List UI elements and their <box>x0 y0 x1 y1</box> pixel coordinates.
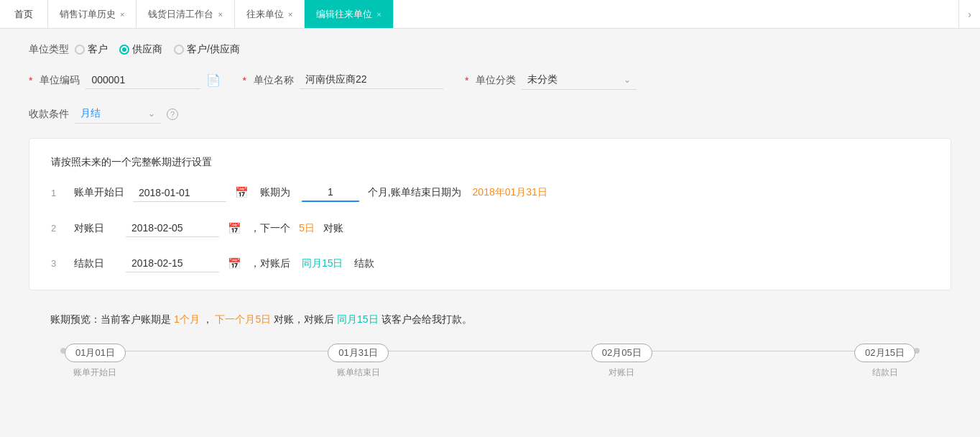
unit-code-icon[interactable]: 📄 <box>206 73 221 87</box>
unit-name-field: * 单位名称 <box>242 71 443 89</box>
radio-supplier-label: 供应商 <box>132 43 162 56</box>
unit-category-field: * 单位分类 未分类 ⌄ <box>465 70 637 90</box>
tab-sales-history[interactable]: 销售订单历史 × <box>48 0 137 28</box>
radio-customer-label: 客户 <box>88 43 108 56</box>
period-recon-prefix: ，下一个 <box>250 222 290 235</box>
unit-category-arrow: ⌄ <box>624 75 631 85</box>
timeline-badge-4: 02月15日 <box>854 344 915 362</box>
tab-cash-desk-close[interactable]: × <box>218 10 222 19</box>
timeline-label-3: 对账日 <box>609 367 634 379</box>
tab-cash-desk[interactable]: 钱货日清工作台 × <box>137 0 234 28</box>
radio-both-label: 客户/供应商 <box>187 43 240 56</box>
tab-sales-history-close[interactable]: × <box>120 10 124 19</box>
period-num-1: 1 <box>51 188 65 198</box>
radio-both-circle <box>174 45 184 55</box>
tab-counterparty-label: 往来单位 <box>246 8 284 21</box>
period-payment-calendar-icon[interactable]: 📅 <box>228 257 241 270</box>
payment-terms-value: 月结 <box>80 107 144 120</box>
tab-home[interactable]: 首页 <box>0 0 48 28</box>
main-content: 单位类型 客户 供应商 客户/供应商 * 单位编码 <box>0 29 980 437</box>
tab-edit-counterparty[interactable]: 编辑往来单位 × <box>305 0 393 28</box>
payment-terms-select[interactable]: 月结 ⌄ <box>75 104 161 124</box>
preview-section: 账期预览：当前客户账期是 1个月 ， 下一个月5日 对账，对账后 同月15日 该… <box>29 302 951 390</box>
period-recon-suffix: 对账 <box>323 222 343 235</box>
unit-category-value: 未分类 <box>527 73 619 86</box>
timeline-node-4: 02月15日 结款日 <box>854 344 915 379</box>
period-row-3: 3 结款日 📅 ，对账后 同月15日 结款 <box>51 254 929 272</box>
chevron-right-icon: › <box>968 9 971 20</box>
unit-code-label: 单位编码 <box>40 74 80 87</box>
period-start-date-input[interactable] <box>133 184 226 202</box>
unit-code-required: * <box>29 75 32 86</box>
tab-counterparty-close[interactable]: × <box>288 10 292 19</box>
unit-category-select[interactable]: 未分类 ⌄ <box>522 70 637 90</box>
preview-suffix: 该客户会给我打款。 <box>382 313 472 325</box>
period-start-calendar-icon[interactable]: 📅 <box>235 186 249 199</box>
period-end-date-highlight: 2018年01月31日 <box>473 186 547 199</box>
tab-edit-counterparty-label: 编辑往来单位 <box>316 8 372 21</box>
tab-edit-counterparty-close[interactable]: × <box>376 10 381 19</box>
unit-info-row: * 单位编码 📄 * 单位名称 * 单位分类 未分类 ⌄ <box>29 70 951 90</box>
unit-name-required: * <box>242 75 246 86</box>
radio-supplier-circle <box>119 45 129 55</box>
preview-part3: 同月15日 <box>337 313 379 325</box>
tab-bar: 首页 销售订单历史 × 钱货日清工作台 × 往来单位 × 编辑往来单位 × › <box>0 0 980 29</box>
tab-counterparty[interactable]: 往来单位 × <box>235 0 305 28</box>
tab-sales-history-label: 销售订单历史 <box>60 8 116 21</box>
preview-text: 账期预览：当前客户账期是 1个月 ， 下一个月5日 对账，对账后 同月15日 该… <box>50 313 930 326</box>
timeline-badge-2: 01月31日 <box>328 344 389 362</box>
timeline-badge-3: 02月05日 <box>591 344 652 362</box>
timeline-node-1: 01月01日 账单开始日 <box>65 344 126 379</box>
period-row-2: 2 对账日 📅 ，下一个 5日 对账 <box>51 219 929 237</box>
period-start-suffix: 账期为 <box>257 186 293 199</box>
period-payment-suffix: 结款 <box>351 257 374 270</box>
tab-scroll-arrow[interactable]: › <box>958 0 980 28</box>
payment-terms-label: 收款条件 <box>29 108 69 121</box>
unit-code-field: * 单位编码 📄 <box>29 71 221 89</box>
period-payment-date-input[interactable] <box>126 254 219 272</box>
unit-category-required: * <box>465 75 468 86</box>
help-icon[interactable]: ? <box>167 109 178 120</box>
timeline-label-1: 账单开始日 <box>73 367 116 379</box>
unit-name-input[interactable] <box>300 71 443 89</box>
unit-type-field: 单位类型 客户 供应商 客户/供应商 <box>29 43 240 56</box>
period-recon-calendar-icon[interactable]: 📅 <box>228 222 241 235</box>
timeline-node-2: 01月31日 账单结束日 <box>328 344 389 379</box>
preview-part1: 1个月 <box>174 313 200 325</box>
preview-sep2: 对账，对账后 <box>274 313 334 325</box>
unit-code-input[interactable] <box>85 71 200 89</box>
radio-group: 客户 供应商 客户/供应商 <box>75 43 240 56</box>
period-payment-highlight: 同月15日 <box>302 257 343 270</box>
period-row-1: 1 账单开始日 📅 账期为 个月,账单结束日期为 2018年01月31日 <box>51 183 929 202</box>
payment-terms-arrow: ⌄ <box>148 109 155 119</box>
timeline-wrapper: 01月01日 账单开始日 01月31日 账单结束日 02月05日 对账日 02月… <box>50 344 930 379</box>
payment-terms-field: 收款条件 月结 ⌄ ? <box>29 104 178 124</box>
timeline-nodes: 01月01日 账单开始日 01月31日 账单结束日 02月05日 对账日 02月… <box>65 344 915 379</box>
tab-home-label: 首页 <box>14 8 33 21</box>
unit-name-label: 单位名称 <box>254 74 294 87</box>
tab-cash-desk-label: 钱货日清工作台 <box>148 8 213 21</box>
unit-type-label: 单位类型 <box>29 43 69 56</box>
timeline-node-3: 02月05日 对账日 <box>591 344 652 379</box>
period-start-label: 账单开始日 <box>74 186 124 199</box>
period-month-input[interactable] <box>302 183 359 202</box>
preview-prefix: 账期预览：当前客户账期是 <box>50 313 171 325</box>
radio-customer-circle <box>75 45 85 55</box>
timeline-label-2: 账单结束日 <box>337 367 380 379</box>
period-payment-prefix: ，对账后 <box>250 257 293 270</box>
radio-both[interactable]: 客户/供应商 <box>174 43 240 56</box>
period-recon-date-input[interactable] <box>126 219 219 237</box>
period-title: 请按照未来的一个完整帐期进行设置 <box>51 156 929 169</box>
timeline-label-4: 结款日 <box>872 367 898 379</box>
period-num-2: 2 <box>51 223 65 234</box>
period-payment-label: 结款日 <box>74 257 117 270</box>
preview-part2: 下一个月5日 <box>215 313 271 325</box>
unit-type-row: 单位类型 客户 供应商 客户/供应商 <box>29 43 951 56</box>
period-num-3: 3 <box>51 258 65 269</box>
period-box: 请按照未来的一个完整帐期进行设置 1 账单开始日 📅 账期为 个月,账单结束日期… <box>29 138 951 290</box>
unit-category-label: 单位分类 <box>476 74 516 87</box>
preview-sep1: ， <box>203 313 213 325</box>
radio-customer[interactable]: 客户 <box>75 43 108 56</box>
period-recon-label: 对账日 <box>74 222 117 235</box>
radio-supplier[interactable]: 供应商 <box>119 43 162 56</box>
